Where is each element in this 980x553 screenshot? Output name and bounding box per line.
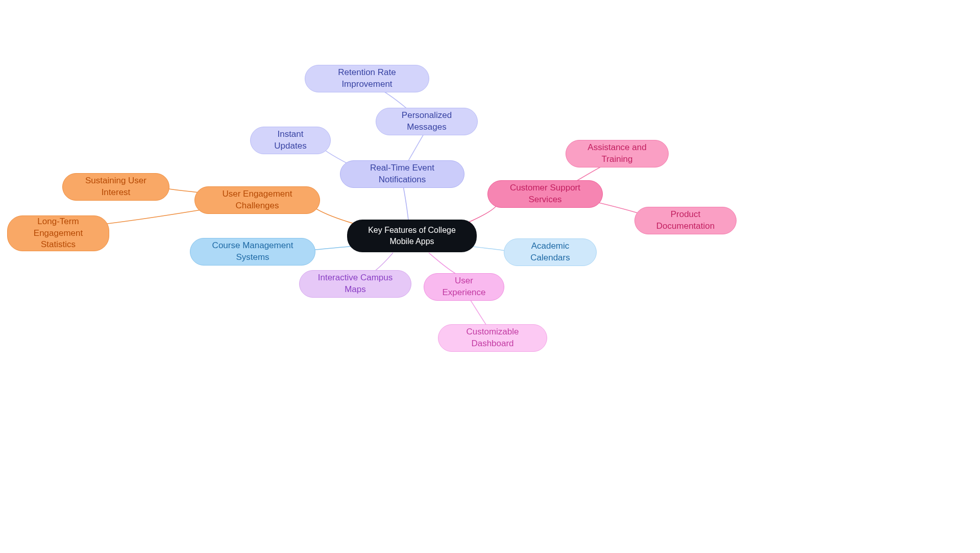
node-long-term-engagement-statistics[interactable]: Long-Term Engagement Statistics [7,215,109,251]
node-label: Long-Term Engagement Statistics [21,216,95,251]
node-interactive-campus-maps[interactable]: Interactive Campus Maps [299,270,411,298]
node-label: Personalized Messages [389,110,464,133]
node-label: Course Management Systems [204,240,302,263]
node-course-management-systems[interactable]: Course Management Systems [190,238,315,266]
node-label: Instant Updates [264,129,317,152]
node-customer-support-services[interactable]: Customer Support Services [487,180,603,208]
node-real-time-event-notifications[interactable]: Real-Time Event Notifications [340,160,464,188]
node-label: Retention Rate Improvement [318,67,415,90]
mindmap-canvas: Key Features of College Mobile Apps User… [0,0,980,553]
node-product-documentation[interactable]: Product Documentation [634,207,737,234]
node-personalized-messages[interactable]: Personalized Messages [376,108,478,135]
node-label: Customizable Dashboard [452,326,533,350]
node-retention-rate-improvement[interactable]: Retention Rate Improvement [305,65,429,92]
node-label: Academic Calendars [518,241,583,264]
node-label: Assistance and Training [579,142,655,165]
node-user-experience[interactable]: User Experience [424,273,504,301]
node-customizable-dashboard[interactable]: Customizable Dashboard [438,324,547,352]
node-label: Customer Support Services [501,182,589,206]
node-label: Sustaining User Interest [76,175,156,199]
center-node[interactable]: Key Features of College Mobile Apps [347,220,477,252]
node-label: User Experience [437,275,491,299]
node-academic-calendars[interactable]: Academic Calendars [504,238,597,266]
node-sustaining-user-interest[interactable]: Sustaining User Interest [62,173,169,201]
center-label: Key Features of College Mobile Apps [360,225,463,247]
node-user-engagement-challenges[interactable]: User Engagement Challenges [194,186,320,214]
node-label: Interactive Campus Maps [313,272,398,296]
node-assistance-and-training[interactable]: Assistance and Training [566,140,669,167]
node-label: Product Documentation [648,209,723,232]
node-label: Real-Time Event Notifications [354,162,451,186]
node-instant-updates[interactable]: Instant Updates [250,127,331,154]
node-label: User Engagement Challenges [208,188,306,212]
